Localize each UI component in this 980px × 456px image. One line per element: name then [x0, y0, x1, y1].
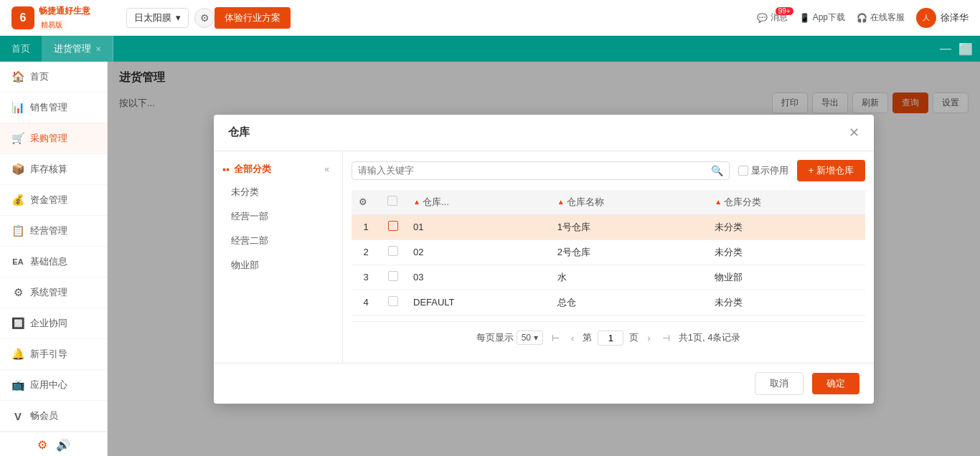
th-checkbox[interactable]: [380, 190, 406, 215]
show-disabled-checkbox[interactable]: [738, 166, 748, 176]
sidebar-item-appstore[interactable]: 📺 应用中心: [0, 370, 107, 401]
chevron-down-icon: ▾: [176, 12, 181, 23]
modal-footer: 取消 确定: [214, 363, 874, 404]
messages-button[interactable]: 💬 消息 99+: [757, 11, 788, 24]
modal-body: ▪▪ 全部分类 « 未分类 经营一部 经营二部 物业部: [214, 151, 874, 363]
system-icon: ⚙: [11, 286, 24, 299]
bottom-speaker-icon[interactable]: 🔊: [56, 438, 70, 452]
per-page-label: 每页显示: [476, 331, 514, 344]
sidebar-item-collab[interactable]: 🔲 企业协同: [0, 308, 107, 339]
table-row[interactable]: 2 02 2号仓库 未分类: [352, 239, 865, 265]
next-page-button[interactable]: ›: [644, 331, 653, 345]
search-icon[interactable]: 🔍: [711, 165, 723, 176]
per-page-select[interactable]: 50 ▾: [517, 331, 543, 345]
sidebar-item-vip[interactable]: V 畅会员: [0, 401, 107, 432]
app-download-button[interactable]: 📱 App下载: [799, 11, 845, 24]
sidebar-item-operations[interactable]: 📋 经营管理: [0, 216, 107, 247]
prev-page-button[interactable]: ‹: [568, 331, 577, 345]
sidebar-item-guide-label: 新手引导: [30, 348, 67, 361]
row-num-3: 3: [352, 265, 380, 290]
modal-close-button[interactable]: ✕: [849, 125, 859, 141]
sort-cat-icon[interactable]: ▲: [715, 198, 722, 206]
row-num-4: 4: [352, 290, 380, 315]
appstore-icon: 📺: [11, 379, 24, 391]
row-checkbox-4[interactable]: [380, 290, 406, 315]
online-service-button[interactable]: 🎧 在线客服: [857, 11, 905, 24]
sort-name-icon[interactable]: ▲: [557, 198, 565, 206]
collapse-panel-button[interactable]: «: [320, 163, 334, 176]
category-item-ops1[interactable]: 经营一部: [214, 204, 342, 229]
guide-icon: 🔔: [11, 348, 24, 361]
messages-badge: 99+: [776, 7, 793, 15]
confirm-button[interactable]: 确定: [812, 373, 859, 394]
sidebar-item-system[interactable]: ⚙ 系统管理: [0, 277, 107, 308]
home-icon: 🏠: [11, 70, 24, 83]
settings-button[interactable]: ⚙: [194, 8, 215, 28]
row-checkbox-1[interactable]: [380, 214, 406, 239]
show-disabled-toggle[interactable]: 显示停用: [738, 164, 788, 177]
sidebar-item-purchase-label: 采购管理: [30, 132, 67, 145]
pagination: 每页显示 50 ▾ ⊢ ‹ 第 页 ›: [352, 321, 865, 354]
sort-icon[interactable]: ▲: [413, 198, 420, 206]
per-page-selector: 每页显示 50 ▾: [476, 331, 543, 345]
store-selector[interactable]: 日太阳膜 ▾: [126, 8, 189, 28]
first-page-button[interactable]: ⊢: [549, 331, 562, 345]
inventory-icon: 📦: [11, 163, 24, 176]
th-gear: ⚙: [352, 190, 380, 215]
row-category-2: 未分类: [707, 239, 865, 265]
sidebar-item-inventory[interactable]: 📦 库存核算: [0, 154, 107, 185]
th-warehouse-category: ▲ 仓库分类: [707, 190, 865, 215]
category-item-uncategorized[interactable]: 未分类: [214, 180, 342, 204]
add-warehouse-button[interactable]: + 新增仓库: [797, 160, 865, 181]
search-box: 🔍: [352, 161, 730, 180]
category-item-ops2[interactable]: 经营二部: [214, 229, 342, 253]
sidebar-item-guide[interactable]: 🔔 新手引导: [0, 339, 107, 370]
row-num-2: 2: [352, 239, 380, 265]
page-number-input[interactable]: [598, 331, 623, 346]
user-avatar-area[interactable]: 人 徐泽华: [916, 8, 969, 28]
nav-tabs: 首页 进货管理 ✕ — ⬜: [0, 36, 980, 62]
category-item-property[interactable]: 物业部: [214, 253, 342, 277]
table-header-row: ⚙ ▲ 仓库...: [352, 190, 865, 215]
row-code-4: DEFAULT: [406, 290, 550, 315]
minimize-button[interactable]: —: [937, 40, 954, 57]
row-name-4: 总仓: [550, 290, 708, 315]
tab-purchase-label: 进货管理: [54, 42, 91, 55]
minimize-icon: —: [940, 42, 951, 55]
all-categories-label: 全部分类: [234, 163, 271, 176]
trial-button[interactable]: 体验行业方案: [215, 7, 291, 29]
collab-icon: 🔲: [11, 317, 24, 330]
operations-icon: 📋: [11, 224, 24, 237]
maximize-button[interactable]: ⬜: [957, 40, 974, 57]
search-input[interactable]: [358, 165, 711, 176]
row-checkbox-2[interactable]: [380, 239, 406, 265]
sidebar-item-purchase[interactable]: 🛒 采购管理: [0, 123, 107, 154]
tab-home[interactable]: 首页: [0, 36, 42, 62]
table-row[interactable]: 1 01 1号仓库 未分类: [352, 214, 865, 239]
row-code-3: 03: [406, 265, 550, 290]
tab-purchase[interactable]: 进货管理 ✕: [42, 36, 113, 62]
sidebar-item-vip-label: 畅会员: [30, 409, 58, 422]
all-categories-item[interactable]: ▪▪ 全部分类: [222, 163, 271, 176]
row-category-4: 未分类: [707, 290, 865, 315]
cancel-button[interactable]: 取消: [755, 372, 804, 395]
bottom-settings-icon[interactable]: ⚙: [37, 438, 47, 452]
select-all-checkbox[interactable]: [387, 196, 397, 206]
row-checkbox-3[interactable]: [380, 265, 406, 290]
th-warehouse-code: ▲ 仓库...: [406, 190, 550, 215]
total-records-label: 共1页, 4条记录: [679, 331, 741, 344]
table-row[interactable]: 4 DEFAULT 总仓 未分类: [352, 290, 865, 315]
grid-icon: ▪▪: [222, 163, 230, 175]
sidebar-item-inventory-label: 库存核算: [30, 163, 67, 176]
last-page-button[interactable]: ⊣: [659, 331, 673, 345]
sidebar-item-sales[interactable]: 📊 销售管理: [0, 92, 107, 123]
vip-icon: V: [11, 410, 24, 422]
row-code-2: 02: [406, 239, 550, 265]
logo-text: 畅捷通好生意 精易版: [39, 5, 90, 30]
tab-purchase-close-icon[interactable]: ✕: [95, 45, 101, 53]
sidebar-item-basics[interactable]: EA 基础信息: [0, 247, 107, 277]
sidebar-item-home[interactable]: 🏠 首页: [0, 62, 107, 92]
sidebar-item-finance[interactable]: 💰 资金管理: [0, 185, 107, 216]
table-row[interactable]: 3 03 水 物业部: [352, 265, 865, 290]
show-disabled-label: 显示停用: [751, 164, 788, 177]
